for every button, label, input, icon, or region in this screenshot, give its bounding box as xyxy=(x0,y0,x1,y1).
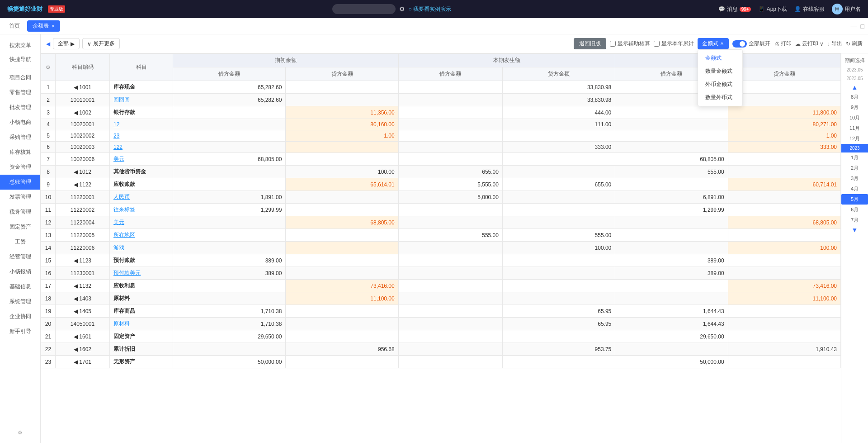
subject-name[interactable]: 23 xyxy=(110,130,173,142)
date-6[interactable]: 6月 xyxy=(841,205,868,215)
credit-close xyxy=(728,191,840,204)
tab-maximize-icon[interactable]: □ xyxy=(861,23,864,30)
sidebar-item-ledger[interactable]: 总账管理 xyxy=(0,175,40,190)
subject-name[interactable]: 美元 xyxy=(110,216,173,229)
demo-link[interactable]: ○ 我要看实例演示 xyxy=(409,5,452,13)
download-item[interactable]: 📱 App下载 xyxy=(758,5,787,13)
top-search-input[interactable] xyxy=(332,4,396,14)
sidebar-item-basic[interactable]: 基础信息 xyxy=(0,279,40,294)
amount-type-option-3[interactable]: 外币金额式 xyxy=(698,78,742,91)
debit-curr xyxy=(398,343,502,356)
sidebar-item-expense[interactable]: 小畅报销 xyxy=(0,264,40,279)
date-10[interactable]: 10月 xyxy=(841,113,868,123)
print-btn[interactable]: 🖨 打印 xyxy=(774,40,792,48)
amount-type-dropdown[interactable]: 金额式 ∧ 金额式 数量金额式 外币金额式 数量外币式 xyxy=(698,38,729,49)
download-icon: 📱 xyxy=(758,6,765,12)
row-num: 12 xyxy=(41,216,56,229)
debit-close: 1,644.43 xyxy=(615,318,728,330)
subject-name[interactable]: 12 xyxy=(110,119,173,130)
tab-minimize-icon[interactable]: — xyxy=(851,23,857,30)
expand-all-toggle[interactable] xyxy=(732,40,747,48)
refresh-label: 刷新 xyxy=(852,40,863,48)
date-3[interactable]: 3月 xyxy=(841,173,868,184)
sidebar-item-guide[interactable]: 新手引导 xyxy=(0,324,40,339)
sidebar-item-salary[interactable]: 工资 xyxy=(0,234,40,249)
date-8[interactable]: 8月 xyxy=(841,92,868,102)
date-up-icon[interactable]: ▲ xyxy=(851,83,859,92)
sidebar: 搜索菜单 快捷导航 项目合同 零售管理 批发管理 小畅电商 采购管理 库存核算 … xyxy=(0,34,41,443)
tab-home[interactable]: 首页 xyxy=(4,20,25,32)
amount-type-option-1[interactable]: 金额式 xyxy=(698,52,742,65)
date-down-icon[interactable]: ▼ xyxy=(851,225,859,234)
credit-close: 1.00 xyxy=(728,130,840,142)
export-btn[interactable]: ↓ 导出 xyxy=(827,40,842,48)
debit-curr: 655.00 xyxy=(398,166,502,178)
date-2[interactable]: 2月 xyxy=(841,163,868,173)
back-old-version-btn[interactable]: 退回旧版 xyxy=(574,38,606,49)
date-7[interactable]: 7月 xyxy=(841,215,868,225)
debit-close xyxy=(615,229,728,242)
credit-open xyxy=(286,153,398,166)
service-item[interactable]: 👤 在线客服 xyxy=(794,5,825,13)
sidebar-item-fund[interactable]: 资金管理 xyxy=(0,160,40,175)
sidebar-item-inventory[interactable]: 库存核算 xyxy=(0,145,40,160)
sidebar-item-operations[interactable]: 经营管理 xyxy=(0,249,40,264)
table-settings-icon[interactable]: ⚙ xyxy=(46,64,51,71)
sidebar-item-ecommerce[interactable]: 小畅电商 xyxy=(0,115,40,130)
show-aux-checkbox[interactable] xyxy=(610,41,616,47)
subject-name[interactable]: 人民币 xyxy=(110,191,173,204)
settings-icon[interactable]: ⚙ xyxy=(399,5,405,13)
date-9[interactable]: 9月 xyxy=(841,102,868,113)
subject-name[interactable]: 所在地区 xyxy=(110,229,173,242)
credit-close xyxy=(728,305,840,318)
sidebar-item-wholesale[interactable]: 批发管理 xyxy=(0,100,40,115)
amount-type-option-2[interactable]: 数量金额式 xyxy=(698,65,742,78)
credit-open xyxy=(286,142,398,153)
sidebar-quick-nav[interactable]: 快捷导航 xyxy=(0,53,40,66)
subject-name[interactable]: 122 xyxy=(110,142,173,153)
sidebar-settings-icon[interactable]: ⚙ xyxy=(18,429,23,436)
message-item[interactable]: 💬 消息 99+ xyxy=(718,5,751,13)
date-11[interactable]: 11月 xyxy=(841,123,868,133)
amount-type-option-4[interactable]: 数量外币式 xyxy=(698,91,742,104)
credit-curr xyxy=(502,280,615,292)
show-aux-label[interactable]: 显示辅助核算 xyxy=(610,40,650,48)
user-item[interactable]: 用 用户名 xyxy=(832,4,861,14)
sidebar-item-project[interactable]: 项目合同 xyxy=(0,70,40,85)
chevron-left-icon[interactable]: ◀ xyxy=(46,41,50,47)
date-1[interactable]: 1月 xyxy=(841,152,868,163)
table-row: 1111220002往来标签1,299.991,299.99 xyxy=(41,204,841,216)
sidebar-item-tax[interactable]: 税务管理 xyxy=(0,205,40,219)
sidebar-item-invoice[interactable]: 发票管理 xyxy=(0,190,40,205)
refresh-btn[interactable]: ↻ 刷新 xyxy=(846,40,863,48)
tab-close-icon[interactable]: × xyxy=(52,23,55,29)
user-name: 用户名 xyxy=(844,5,861,13)
th-settings[interactable]: ⚙ xyxy=(41,54,56,81)
subject-name[interactable]: 预付款美元 xyxy=(110,267,173,280)
sidebar-item-collab[interactable]: 企业协同 xyxy=(0,309,40,324)
subject-name[interactable]: 回回回 xyxy=(110,94,173,106)
sidebar-item-retail[interactable]: 零售管理 xyxy=(0,85,40,100)
subject-name[interactable]: 往来标签 xyxy=(110,204,173,216)
subject-name[interactable]: 原材料 xyxy=(110,318,173,330)
sidebar-item-purchase[interactable]: 采购管理 xyxy=(0,130,40,145)
tab-balance-sheet[interactable]: 余额表 × xyxy=(27,20,60,32)
date-4[interactable]: 4月 xyxy=(841,184,868,194)
expand-all-label[interactable]: 全部展开 xyxy=(732,40,770,48)
sidebar-search[interactable]: 搜索菜单 xyxy=(0,38,40,53)
subject-name[interactable]: 美元 xyxy=(110,153,173,166)
date-5[interactable]: 5月 xyxy=(841,194,868,205)
cloud-print-btn[interactable]: ☁ 云打印 ∨ xyxy=(795,40,824,48)
breadcrumb-all-btn[interactable]: 全部 ▶ xyxy=(53,38,80,49)
subject-name[interactable]: 游戏 xyxy=(110,242,173,254)
sidebar-item-asset[interactable]: 固定资产 xyxy=(0,219,40,234)
debit-open: 389.00 xyxy=(173,267,286,280)
amount-type-btn[interactable]: 金额式 ∧ xyxy=(698,38,729,49)
show-ytd-label[interactable]: 显示本年累计 xyxy=(654,40,694,48)
right-panel-title: 期间选择 xyxy=(844,55,866,66)
date-12[interactable]: 12月 xyxy=(841,133,868,144)
sidebar-item-system[interactable]: 系统管理 xyxy=(0,294,40,309)
debit-open: 68,805.00 xyxy=(173,153,286,166)
expand-more-btn[interactable]: ∨ 展开更多 xyxy=(82,38,120,49)
show-ytd-checkbox[interactable] xyxy=(654,41,660,47)
